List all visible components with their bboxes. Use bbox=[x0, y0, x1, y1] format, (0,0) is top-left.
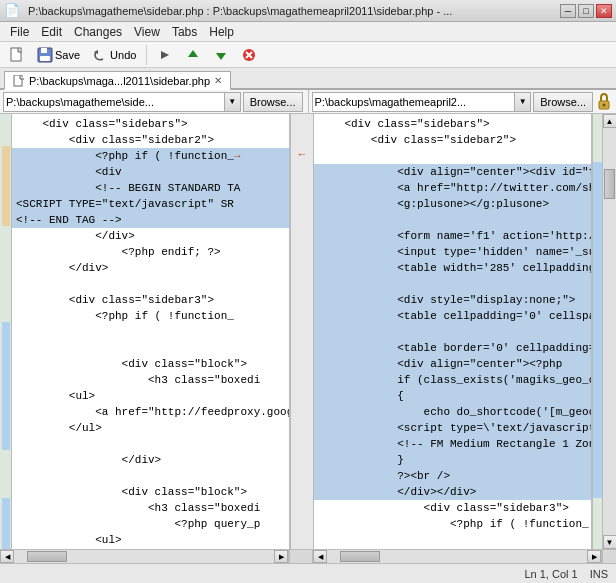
right-hscroll-right-arrow[interactable]: ▶ bbox=[587, 550, 601, 563]
insert-mode: INS bbox=[590, 568, 608, 580]
right-path-input[interactable] bbox=[312, 92, 516, 112]
new-button[interactable] bbox=[4, 44, 30, 66]
tab-close-button[interactable]: ✕ bbox=[214, 75, 222, 86]
toolbar-separator bbox=[146, 45, 147, 65]
path-row: ▼ Browse... ▼ Browse... bbox=[0, 90, 616, 114]
menu-file[interactable]: File bbox=[4, 23, 35, 41]
right-line-18: { bbox=[314, 388, 591, 404]
left-line-1: <div class="sidebars"> bbox=[12, 116, 289, 132]
menu-changes[interactable]: Changes bbox=[68, 23, 128, 41]
left-line-4: <div bbox=[12, 164, 289, 180]
tab-sidebar[interactable]: P:\backups\maga...l2011\sidebar.php ✕ bbox=[4, 71, 231, 90]
down-button[interactable] bbox=[208, 44, 234, 66]
cursor-position: Ln 1, Col 1 bbox=[524, 568, 577, 580]
left-line-16: <div class="block"> bbox=[12, 356, 289, 372]
vertical-scrollbar[interactable]: ▲ ▼ bbox=[602, 114, 616, 549]
maximize-button[interactable]: □ bbox=[578, 4, 594, 18]
save-button[interactable]: Save bbox=[32, 44, 85, 66]
right-line-25: <div class="sidebar3"> bbox=[314, 500, 591, 516]
left-line-13: <?php if ( !function_ bbox=[12, 308, 289, 324]
right-line-8: <form name='f1' action='http://i. bbox=[314, 228, 591, 244]
up-icon bbox=[185, 47, 201, 63]
horizontal-scroll-row: ◀ ▶ ◀ ▶ bbox=[0, 549, 616, 563]
left-line-17: <h3 class="boxedi bbox=[12, 372, 289, 388]
scroll-down-arrow[interactable]: ▼ bbox=[603, 535, 617, 549]
left-line-23 bbox=[12, 468, 289, 484]
right-path-pane: ▼ Browse... bbox=[309, 90, 617, 113]
left-line-22: </div> bbox=[12, 452, 289, 468]
undo-label: Undo bbox=[110, 49, 136, 61]
right-change-gutter bbox=[592, 114, 602, 549]
window-controls: ─ □ ✕ bbox=[560, 4, 612, 18]
left-line-9: <?php endif; ?> bbox=[12, 244, 289, 260]
left-line-14 bbox=[12, 324, 289, 340]
scroll-track[interactable] bbox=[603, 128, 616, 535]
right-line-3 bbox=[314, 148, 591, 164]
left-hscroll-pane[interactable]: ◀ ▶ bbox=[0, 550, 289, 563]
left-line-15 bbox=[12, 340, 289, 356]
right-hscroll-pane[interactable]: ◀ ▶ bbox=[313, 550, 602, 563]
right-hscroll-track[interactable] bbox=[327, 550, 587, 563]
lock-icon bbox=[595, 92, 613, 112]
left-line-25: <h3 class="boxedi bbox=[12, 500, 289, 516]
menu-tabs[interactable]: Tabs bbox=[166, 23, 203, 41]
stop-button[interactable] bbox=[236, 44, 262, 66]
vscroll-corner bbox=[602, 550, 616, 563]
minimize-button[interactable]: ─ bbox=[560, 4, 576, 18]
left-line-2: <div class="sidebar2"> bbox=[12, 132, 289, 148]
right-line-22: } bbox=[314, 452, 591, 468]
diff-arrow-3: ← bbox=[291, 146, 313, 162]
left-browse-button[interactable]: Browse... bbox=[243, 92, 303, 112]
right-browse-button[interactable]: Browse... bbox=[533, 92, 593, 112]
menu-help[interactable]: Help bbox=[203, 23, 240, 41]
left-line-6: <SCRIPT TYPE="text/javascript" SR bbox=[12, 196, 289, 212]
left-line-24: <div class="block"> bbox=[12, 484, 289, 500]
right-path-dropdown[interactable]: ▼ bbox=[515, 92, 531, 112]
save-label: Save bbox=[55, 49, 80, 61]
left-hscroll-thumb[interactable] bbox=[27, 551, 67, 562]
file-icon bbox=[13, 75, 25, 87]
right-line-2: <div class="sidebar2"> bbox=[314, 132, 591, 148]
left-line-26: <?php query_p bbox=[12, 516, 289, 532]
undo-button[interactable]: Undo bbox=[87, 44, 141, 66]
toolbar: Save Undo bbox=[0, 42, 616, 68]
right-line-23: ?><br /> bbox=[314, 468, 591, 484]
right-line-9: <input type='hidden' name='_submi bbox=[314, 244, 591, 260]
right-line-19: echo do_shortcode('[m_geocount bbox=[314, 404, 591, 420]
right-code-pane[interactable]: <div class="sidebars"> <div class="sideb… bbox=[314, 114, 592, 549]
svg-marker-5 bbox=[161, 51, 169, 59]
scroll-up-arrow[interactable]: ▲ bbox=[603, 114, 617, 128]
left-code-pane[interactable]: <div class="sidebars"> <div class="sideb… bbox=[12, 114, 290, 549]
left-hscroll-right-arrow[interactable]: ▶ bbox=[274, 550, 288, 563]
menu-bar: File Edit Changes View Tabs Help bbox=[0, 22, 616, 42]
right-hscroll-left-arrow[interactable]: ◀ bbox=[313, 550, 327, 563]
save-icon bbox=[37, 47, 53, 63]
right-line-5: <a href="http://twitter.com/share bbox=[314, 180, 591, 196]
left-hscroll-track[interactable] bbox=[14, 550, 274, 563]
scroll-thumb[interactable] bbox=[604, 169, 615, 199]
new-icon bbox=[9, 47, 25, 63]
left-line-10: </div> bbox=[12, 260, 289, 276]
menu-edit[interactable]: Edit bbox=[35, 23, 68, 41]
svg-rect-2 bbox=[41, 48, 47, 53]
right-line-4: <div align="center"><div id="fb-r bbox=[314, 164, 591, 180]
left-path-input[interactable] bbox=[3, 92, 225, 112]
forward-button[interactable] bbox=[152, 44, 178, 66]
left-change-gutter bbox=[0, 114, 12, 549]
up-button[interactable] bbox=[180, 44, 206, 66]
right-line-1: <div class="sidebars"> bbox=[314, 116, 591, 132]
close-button[interactable]: ✕ bbox=[596, 4, 612, 18]
left-line-5: <!-- BEGIN STANDARD TA bbox=[12, 180, 289, 196]
left-line-3: <?php if ( !function_→ bbox=[12, 148, 289, 164]
left-line-12: <div class="sidebar3"> bbox=[12, 292, 289, 308]
left-path-dropdown[interactable]: ▼ bbox=[225, 92, 241, 112]
left-line-21 bbox=[12, 436, 289, 452]
right-line-16: <div align="center"><?php bbox=[314, 356, 591, 372]
right-hscroll-thumb[interactable] bbox=[340, 551, 380, 562]
left-line-20: </ul> bbox=[12, 420, 289, 436]
menu-view[interactable]: View bbox=[128, 23, 166, 41]
left-line-8: </div> bbox=[12, 228, 289, 244]
left-hscroll-left-arrow[interactable]: ◀ bbox=[0, 550, 14, 563]
status-bar: Ln 1, Col 1 INS bbox=[0, 563, 616, 583]
title-text: P:\backups\magatheme\sidebar.php : P:\ba… bbox=[24, 5, 560, 17]
